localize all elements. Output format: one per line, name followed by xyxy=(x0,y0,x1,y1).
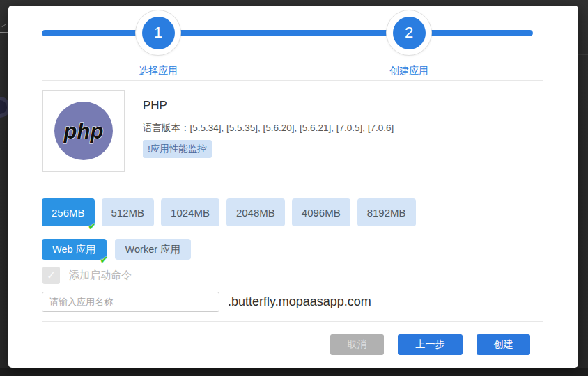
check-icon: ✓ xyxy=(47,269,56,282)
php-logo-icon: php xyxy=(54,101,114,161)
memory-option-2048mb[interactable]: 2048MB xyxy=(226,198,285,226)
app-type-option-group: Web 应用 ✔ Worker 应用 xyxy=(42,239,191,260)
memory-option-4096mb[interactable]: 4096MB xyxy=(292,198,350,226)
app-type-label: Worker 应用 xyxy=(125,244,181,255)
selected-check-icon: ✔ xyxy=(100,254,109,265)
app-type-worker[interactable]: Worker 应用 xyxy=(115,239,192,260)
cancel-button[interactable]: 取消 xyxy=(330,334,384,355)
create-app-dialog: 1 2 选择应用 创建应用 php PHP 语言版本：[5.5.34], [5.… xyxy=(8,6,578,368)
step-2-circle: 2 xyxy=(386,10,432,56)
stepper-progress-bar xyxy=(42,30,533,36)
memory-option-1024mb[interactable]: 1024MB xyxy=(161,198,219,226)
wizard-stepper: 1 2 选择应用 创建应用 xyxy=(8,6,578,80)
step-1-number: 1 xyxy=(142,17,175,49)
startup-command-checkbox[interactable]: ✓ xyxy=(42,267,60,284)
dialog-footer: 取消 上一步 创建 xyxy=(8,334,578,355)
divider xyxy=(42,80,543,81)
startup-command-row: ✓ 添加启动命令 xyxy=(42,267,132,284)
memory-option-8192mb[interactable]: 8192MB xyxy=(357,198,416,226)
app-performance-monitor-badge: !应用性能监控 xyxy=(143,140,212,158)
memory-option-label: 512MB xyxy=(111,207,145,219)
memory-option-label: 4096MB xyxy=(302,207,341,219)
svg-text:php: php xyxy=(63,119,104,143)
memory-option-512mb[interactable]: 512MB xyxy=(102,198,155,226)
background-bottom-strip xyxy=(0,368,588,376)
step-2-number: 2 xyxy=(393,17,426,49)
previous-step-button[interactable]: 上一步 xyxy=(398,334,463,355)
app-name-row: .butterfly.mopaasapp.com xyxy=(42,292,371,312)
background-remnant-line xyxy=(578,113,588,113)
background-remnant-line xyxy=(578,54,588,55)
divider xyxy=(42,185,543,185)
background-remnant-line xyxy=(1,24,6,27)
step-2-label: 创建应用 xyxy=(353,65,465,77)
memory-option-label: 8192MB xyxy=(367,207,406,219)
divider xyxy=(42,321,543,322)
memory-option-256mb[interactable]: 256MB ✔ xyxy=(42,198,95,226)
selected-app-card: php xyxy=(42,90,125,172)
selected-check-icon: ✔ xyxy=(88,221,97,231)
memory-option-group: 256MB ✔ 512MB 1024MB 2048MB 4096MB 8192M… xyxy=(42,198,416,226)
memory-option-label: 256MB xyxy=(52,207,85,219)
startup-command-label: 添加启动命令 xyxy=(69,269,132,282)
app-title: PHP xyxy=(143,99,167,113)
memory-option-label: 2048MB xyxy=(236,207,275,219)
app-language-versions: 语言版本：[5.5.34], [5.5.35], [5.6.20], [5.6.… xyxy=(143,122,394,134)
memory-option-label: 1024MB xyxy=(171,207,210,219)
step-1-label: 选择应用 xyxy=(102,65,214,77)
app-type-label: Web 应用 xyxy=(52,244,96,255)
app-name-input[interactable] xyxy=(42,292,219,312)
domain-suffix: .butterfly.mopaasapp.com xyxy=(228,295,371,309)
step-1-circle: 1 xyxy=(135,10,181,56)
app-type-web[interactable]: Web 应用 ✔ xyxy=(42,239,107,260)
create-button[interactable]: 创建 xyxy=(477,334,530,355)
